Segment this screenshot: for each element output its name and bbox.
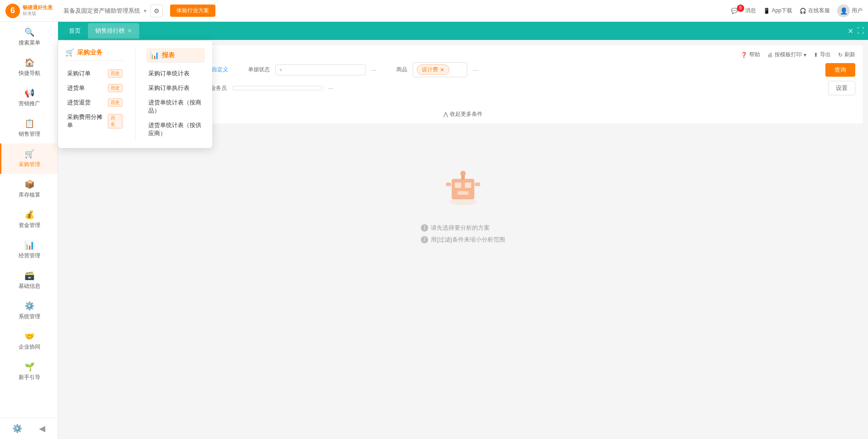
sidebar-label-quicknav: 快捷导航: [19, 69, 40, 77]
purchase-report-section: 📊 报表 采购订单统计表 采购订单执行表 进货单统计表（按商品） 进货单统计表（…: [146, 48, 205, 141]
user-menu-button[interactable]: 👤 用户: [837, 5, 863, 17]
sidebar-item-system[interactable]: ⚙️ 系统管理: [0, 296, 58, 326]
purchase-order-history-badge: 历史: [108, 69, 122, 78]
tab-sales-rank[interactable]: 销售排行榜 ✕: [88, 23, 139, 39]
receipt-stats-supplier-item[interactable]: 进货单统计表（按供应商）: [146, 118, 205, 141]
sidebar-item-newbie[interactable]: 🌱 新手引导: [0, 356, 58, 387]
fullscreen-icon[interactable]: ⛶: [857, 27, 864, 35]
purchase-report-title: 📊 报表: [146, 48, 205, 63]
sidebar-label-newbie: 新手引导: [19, 374, 40, 381]
sidebar-item-marketing[interactable]: 📢 营销推广: [0, 83, 58, 113]
messages-button[interactable]: 💬 9 消息: [731, 7, 756, 15]
system-title: 装备及固定资产辅助管理系统 ▾ ⚙ 体验行业方案: [63, 5, 724, 17]
close-tab-icon[interactable]: ✕: [848, 27, 853, 35]
purchase-order-item[interactable]: 采购订单 历史: [65, 66, 124, 81]
goods-more-dots[interactable]: ···: [473, 66, 478, 74]
goods-tag: 设计费 ✕: [417, 64, 449, 75]
svg-point-6: [460, 171, 466, 176]
trial-button[interactable]: 体验行业方案: [170, 5, 215, 17]
sidebar-item-inventory[interactable]: 📦 库存核算: [0, 174, 58, 204]
goods-tag-close[interactable]: ✕: [440, 67, 444, 73]
sidebar-label-basicinfo: 基础信息: [19, 282, 40, 290]
tab-close-icon[interactable]: ✕: [127, 28, 132, 34]
purchase-cost-history-badge: 历史: [108, 114, 122, 128]
date-quick-custom[interactable]: 自定义: [212, 66, 228, 74]
collapse-sidebar-icon[interactable]: ◀: [39, 424, 45, 434]
sidebar-bottom: ⚙️ ◀: [0, 418, 58, 439]
purchase-business-section: 🛒 采购业务 采购订单 历史 进货单 历史 进货退货 历史 采购费用分摊单 历史: [65, 48, 124, 141]
goods-input[interactable]: 设计费 ✕: [413, 62, 467, 77]
sidebar-item-quicknav[interactable]: 🏠 快捷导航: [0, 52, 58, 83]
system-dropdown-arrow[interactable]: ▾: [144, 8, 146, 14]
salesperson-input[interactable]: [232, 86, 323, 90]
collapse-icon: ⋀: [444, 111, 448, 118]
receipt-stats-goods-item[interactable]: 进货单统计表（按商品）: [146, 95, 205, 118]
operation-icon: 📊: [24, 240, 34, 250]
purchase-cost-item[interactable]: 采购费用分摊单 历史: [65, 110, 124, 133]
status-label: 单据状态: [248, 66, 270, 74]
app-download-button[interactable]: 📱 App下载: [763, 7, 792, 15]
home-icon: 🏠: [24, 58, 34, 68]
empty-tip-1: 1 请先选择要分析的方案: [421, 222, 505, 234]
message-badge: 9: [737, 5, 744, 12]
salesperson-more-dots[interactable]: ···: [328, 84, 334, 92]
status-more-dots[interactable]: ···: [371, 66, 377, 74]
avatar: 👤: [837, 5, 850, 17]
finance-icon: 💰: [24, 210, 34, 220]
goods-receipt-item[interactable]: 进货单 历史: [65, 81, 124, 95]
menu-divider: [135, 48, 136, 141]
goods-return-history-badge: 历史: [108, 99, 122, 107]
settings-button[interactable]: 设置: [828, 81, 855, 95]
query-button[interactable]: 查询: [825, 63, 855, 77]
sidebar-label-finance: 资金管理: [19, 222, 40, 229]
topbar: 6 畅捷通好生意 标准版 装备及固定资产辅助管理系统 ▾ ⚙ 体验行业方案 💬 …: [0, 0, 868, 22]
marketing-icon: 📢: [24, 88, 34, 98]
refresh-icon: ↻: [838, 52, 843, 58]
sidebar-item-purchase[interactable]: 🛒 采购管理: [0, 143, 58, 174]
sidebar-item-basicinfo[interactable]: 🗃️ 基础信息: [0, 265, 58, 296]
purchase-dropdown-menu: 🛒 采购业务 采购订单 历史 进货单 历史 进货退货 历史 采购费用分摊单 历史…: [58, 41, 212, 148]
sidebar-item-finance[interactable]: 💰 资金管理: [0, 204, 58, 235]
sidebar-item-operation[interactable]: 📊 经营管理: [0, 235, 58, 265]
enterprise-icon: 🤝: [24, 331, 34, 341]
tab-home[interactable]: 首页: [62, 23, 88, 39]
help-button[interactable]: ❓ 帮助: [741, 51, 760, 59]
print-button[interactable]: 🖨 按模板打印 ▾: [767, 51, 806, 59]
inventory-icon: 📦: [24, 179, 34, 189]
purchase-icon: 🛒: [24, 149, 34, 159]
sidebar-label-system: 系统管理: [19, 313, 40, 321]
svg-rect-7: [446, 183, 451, 186]
sidebar: 🔍 搜索菜单 🏠 快捷导航 📢 营销推广 📋 销售管理 🛒 采购管理 📦 库存核…: [0, 22, 58, 439]
empty-state: 1 请先选择要分析的方案 2 用[过滤]条件来缩小分析范围: [63, 129, 863, 282]
svg-rect-8: [475, 183, 480, 186]
goods-return-item[interactable]: 进货退货 历史: [65, 95, 124, 110]
phone-icon: 📱: [763, 8, 770, 14]
print-dropdown-icon: ▾: [804, 52, 806, 58]
svg-rect-4: [458, 191, 468, 195]
online-service-button[interactable]: 🎧 在线客服: [800, 7, 830, 15]
status-input[interactable]: ▾: [275, 64, 366, 75]
sidebar-label-marketing: 营销推广: [19, 100, 40, 108]
po-stats-item[interactable]: 采购订单统计表: [146, 66, 205, 81]
tab-bar-actions: ✕ ⛶: [848, 27, 864, 35]
goods-receipt-history-badge: 历史: [108, 84, 122, 92]
settings-icon[interactable]: ⚙: [150, 5, 163, 17]
settings-bottom-icon[interactable]: ⚙️: [12, 424, 22, 434]
goods-label: 商品: [396, 66, 407, 74]
logo-brand: 畅捷通好生意: [23, 5, 53, 10]
svg-rect-3: [465, 183, 471, 188]
sidebar-label-operation: 经营管理: [19, 252, 40, 260]
help-icon: ❓: [741, 52, 747, 58]
po-exec-item[interactable]: 采购订单执行表: [146, 81, 205, 95]
sidebar-label-inventory: 库存核算: [19, 191, 40, 199]
sidebar-label-sales: 销售管理: [19, 130, 40, 138]
empty-tips: 1 请先选择要分析的方案 2 用[过滤]条件来缩小分析范围: [421, 222, 505, 246]
refresh-button[interactable]: ↻ 刷新: [838, 51, 855, 59]
collapse-filter-button[interactable]: ⋀ 收起更多条件: [444, 110, 483, 118]
tab-sales-rank-label: 销售排行榜: [95, 27, 125, 35]
sidebar-item-enterprise[interactable]: 🤝 企业协同: [0, 326, 58, 356]
sidebar-item-search[interactable]: 🔍 搜索菜单: [0, 22, 58, 52]
logo-area: 6 畅捷通好生意 标准版: [5, 4, 63, 18]
export-button[interactable]: ⬆ 导出: [814, 51, 831, 59]
sidebar-item-sales[interactable]: 📋 销售管理: [0, 113, 58, 143]
